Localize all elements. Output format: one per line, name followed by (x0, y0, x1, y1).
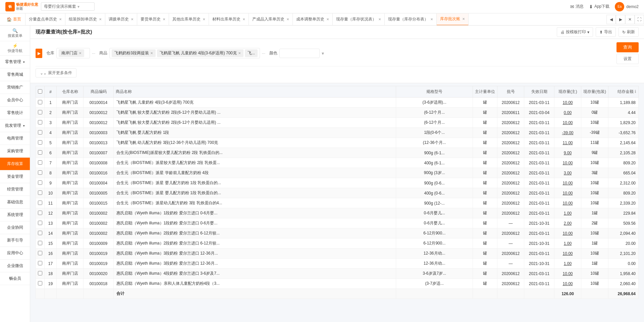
row-qty[interactable]: 11.00 (554, 138, 581, 148)
tab-item-1[interactable]: 组装拆卸单历史 ✕ (65, 13, 105, 25)
messages-btn[interactable]: ✉ 消息 (570, 4, 584, 9)
row-checkbox[interactable] (36, 138, 45, 148)
tab-item-6[interactable]: 产成品入库单历史 ✕ (249, 13, 293, 25)
settings-btn[interactable]: 设置 (616, 54, 639, 64)
row-checkbox[interactable] (36, 259, 45, 269)
tab-item-8[interactable]: 现存量（库存状况表） ✕ (333, 13, 385, 25)
sidebar-item-wholesale[interactable]: 批发管理 ▾ (0, 119, 30, 132)
expand-conditions-btn[interactable]: ⌄⌄ 展开更多条件 (36, 68, 76, 77)
row-checkbox[interactable] (36, 238, 45, 249)
tab-scroll-left[interactable]: ◀ (606, 15, 616, 24)
sidebar-item-retail-stats[interactable]: 零售统计 (0, 107, 30, 119)
tab-close-10[interactable]: ✕ (462, 17, 465, 21)
tab-item-3[interactable]: 要货单历史 ✕ (137, 13, 169, 25)
color-tags[interactable] (279, 49, 320, 58)
sidebar-item-ecommerce[interactable]: 电商管理 (0, 132, 30, 145)
amount-info-icon[interactable]: ℹ (635, 89, 636, 94)
tab-close-all[interactable]: ✕ (625, 15, 635, 24)
filter-toggle[interactable]: ▶ (36, 49, 42, 58)
row-qty[interactable]: 10.00 (554, 249, 581, 259)
row-checkbox[interactable] (36, 148, 45, 158)
chevron-down-icon-color[interactable]: ▾ (322, 51, 324, 56)
row-qty[interactable]: 10.00 (554, 279, 581, 289)
tab-close-0[interactable]: ✕ (59, 17, 62, 21)
row-checkbox[interactable] (36, 108, 45, 118)
sidebar-item-system[interactable]: 系统管理 (0, 209, 30, 221)
sidebar-item-member2[interactable]: 畅会员 (0, 272, 30, 285)
sidebar-search[interactable]: 🔍 搜索菜单 (0, 25, 30, 41)
row-checkbox[interactable] (36, 158, 45, 168)
row-qty[interactable]: 10.00 (554, 178, 581, 188)
row-checkbox[interactable] (36, 98, 45, 108)
sidebar-item-retail-mall[interactable]: 零售商城 (0, 68, 30, 81)
sidebar-item-member[interactable]: 会员中心 (0, 94, 30, 107)
warehouse-tags[interactable]: 南岸门店 ✕ (56, 48, 90, 58)
row-qty[interactable]: 3.00 (554, 168, 581, 178)
tab-close-2[interactable]: ✕ (131, 17, 133, 21)
row-checkbox[interactable] (36, 218, 45, 228)
row-qty[interactable]: 10.00 (554, 158, 581, 168)
row-checkbox[interactable] (36, 178, 45, 188)
sidebar-item-basic-info[interactable]: 基础信息 (0, 196, 30, 209)
tab-close-3[interactable]: ✕ (163, 17, 165, 21)
sidebar-item-retail-management[interactable]: 零售管理 ▾ (0, 56, 30, 68)
product-tag-more[interactable]: 飞... (245, 49, 258, 57)
row-qty[interactable]: 1.00 (554, 238, 581, 249)
app-download-btn[interactable]: ⬇ App下载 (589, 4, 609, 9)
sidebar-item-enterprise[interactable]: 企业协同 (0, 221, 30, 234)
warehouse-tag[interactable]: 南岸门店 ✕ (59, 49, 84, 57)
row-qty[interactable]: 10.00 (554, 118, 581, 128)
row-qty[interactable]: 10.00 (554, 198, 581, 208)
row-checkbox[interactable] (36, 188, 45, 198)
tab-close-5[interactable]: ✕ (243, 17, 245, 21)
row-qty[interactable]: 2.00 (554, 218, 581, 228)
row-qty[interactable]: 1.00 (554, 259, 581, 269)
tab-close-9[interactable]: ✕ (430, 17, 433, 21)
tab-item-2[interactable]: 调拨单历史 ✕ (105, 13, 137, 25)
row-checkbox[interactable] (36, 168, 45, 178)
row-checkbox[interactable] (36, 228, 45, 238)
row-qty[interactable]: 10.00 (554, 98, 581, 108)
row-checkbox[interactable] (36, 249, 45, 259)
row-qty[interactable]: 0.00 (554, 108, 581, 118)
template-print-btn[interactable]: 🖨 按模板打印 ▾ (557, 27, 593, 37)
row-qty[interactable]: -39.00 (554, 128, 581, 138)
tab-close-8[interactable]: ✕ (378, 17, 381, 21)
tab-maximize[interactable]: ⛶ (635, 15, 644, 24)
product-tag-1[interactable]: 飞鹤星飞帆 儿童奶粉 4段(3-6岁适用) 700克 ✕ (157, 49, 244, 57)
refresh-btn[interactable]: ↻ 刷新 (619, 27, 639, 37)
warehouse-tag-close[interactable]: ✕ (79, 51, 82, 55)
sidebar-quick-nav[interactable]: ⚡ 快捷导航 (0, 41, 30, 56)
row-qty[interactable]: 9.00 (554, 148, 581, 158)
sidebar-item-guide[interactable]: 新手引导 (0, 234, 30, 247)
collapse-btn[interactable]: ▶ (36, 49, 42, 58)
tab-scroll-right[interactable]: ▶ (616, 15, 625, 24)
sidebar-item-app-center[interactable]: 应用中心 (0, 247, 30, 260)
row-checkbox[interactable] (36, 279, 45, 289)
row-checkbox[interactable] (36, 128, 45, 138)
tab-item-7[interactable]: 成本调整单历史 ✕ (293, 13, 333, 25)
row-qty[interactable]: 10.00 (554, 228, 581, 238)
user-area[interactable]: Ea demo2 (615, 2, 639, 11)
sidebar-item-marketing[interactable]: 营销推广 (0, 81, 30, 94)
sidebar-item-purchase[interactable]: 采购管理 (0, 145, 30, 158)
tab-item-0[interactable]: 分量盘点单历史 ✕ (25, 13, 65, 25)
sidebar-item-inventory[interactable]: 库存核算 (0, 158, 30, 170)
export-btn[interactable]: ⬆ 导出 (596, 27, 616, 37)
tab-item-4[interactable]: 其他出库单历史 ✕ (169, 13, 209, 25)
row-checkbox[interactable] (36, 198, 45, 208)
tab-close-1[interactable]: ✕ (99, 17, 102, 21)
sidebar-item-finance[interactable]: 资金管理 (0, 170, 30, 183)
product-tag-0[interactable]: 飞鹤奶粉3段两提装 ✕ (112, 49, 156, 57)
tab-home[interactable]: 🏠 首页 (3, 13, 25, 25)
tab-close-4[interactable]: ✕ (203, 17, 205, 21)
select-all-checkbox[interactable] (38, 89, 42, 94)
tab-item-9[interactable]: 现存量（库存分布表） ✕ (385, 13, 437, 25)
tab-item-5[interactable]: 材料出库单历史 ✕ (209, 13, 249, 25)
tab-close-6[interactable]: ✕ (286, 17, 289, 21)
row-checkbox[interactable] (36, 118, 45, 128)
row-qty[interactable]: 10.00 (554, 188, 581, 198)
row-checkbox[interactable] (36, 269, 45, 279)
row-checkbox[interactable] (36, 208, 45, 218)
row-qty[interactable]: 1.00 (554, 208, 581, 218)
